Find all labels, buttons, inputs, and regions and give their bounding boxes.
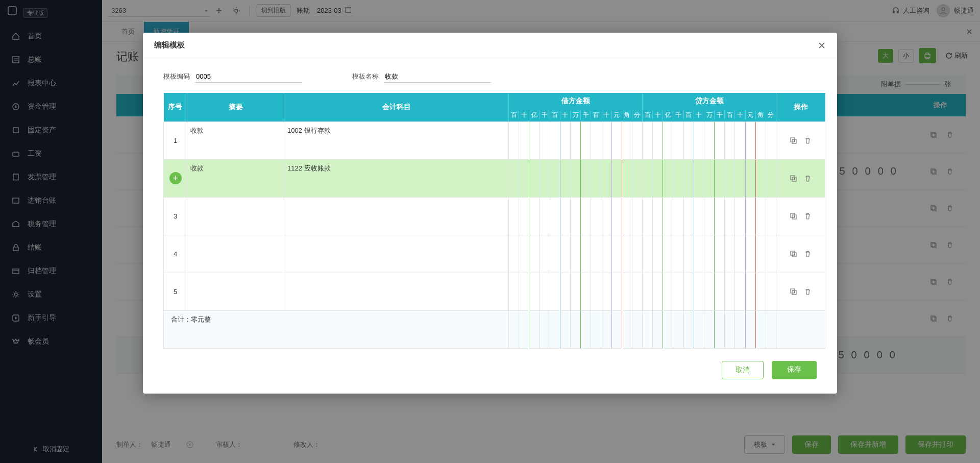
unit-header-cell: 十 [519, 111, 529, 119]
svg-rect-29 [791, 176, 795, 180]
modal-form-row: 模板编码 模板名称 [143, 58, 837, 88]
unit-header-cell: 十 [601, 111, 611, 119]
unit-header-cell: 百 [509, 111, 519, 119]
debit-cell[interactable] [509, 235, 643, 273]
modal-footer: 取消 保存 [143, 349, 837, 394]
save-button[interactable]: 保存 [772, 361, 817, 379]
unit-header-cell: 百 [684, 111, 694, 119]
th-credit-units: 百十亿千百十万千百十元角分 [643, 109, 776, 121]
edit-template-modal: 编辑模板 模板编码 模板名称 序号 摘要 会计科目 借方金额 [143, 33, 837, 394]
modal-close-button[interactable] [818, 41, 826, 50]
template-name-label: 模板名称 [352, 72, 379, 81]
unit-header-cell: 千 [673, 111, 683, 119]
subject-cell[interactable] [284, 273, 509, 310]
copy-row-button[interactable] [788, 135, 799, 146]
credit-cell[interactable] [643, 159, 776, 197]
template-row[interactable]: 5 [164, 273, 825, 310]
template-row[interactable]: 4 [164, 235, 825, 273]
th-summary: 摘要 [187, 93, 284, 121]
unit-header-cell: 万 [571, 111, 581, 119]
template-row[interactable]: +收款1122 应收账款 [164, 159, 825, 197]
template-code-input[interactable] [195, 70, 302, 83]
credit-cell[interactable] [643, 197, 776, 235]
template-table: 序号 摘要 会计科目 借方金额 贷方金额 操作 百十亿千百十万千百十元角分 百十… [163, 93, 825, 349]
copy-row-button[interactable] [788, 210, 799, 222]
credit-cell[interactable] [643, 235, 776, 273]
subject-cell[interactable] [284, 235, 509, 273]
summary-cell[interactable] [187, 273, 284, 310]
debit-cell[interactable] [509, 197, 643, 235]
unit-header-cell: 百 [725, 111, 735, 119]
total-label: 合计：零元整 [164, 310, 509, 348]
unit-header-cell: 亿 [529, 111, 540, 119]
summary-cell[interactable] [187, 197, 284, 235]
unit-header-cell: 分 [766, 111, 776, 119]
modal-header: 编辑模板 [143, 33, 837, 58]
op-cell [776, 235, 825, 273]
th-debit: 借方金额 [509, 93, 643, 109]
delete-row-button[interactable] [802, 210, 814, 222]
copy-row-button[interactable] [788, 286, 799, 297]
cancel-button[interactable]: 取消 [722, 361, 764, 379]
debit-cell[interactable] [509, 121, 643, 159]
unit-header-cell: 千 [540, 111, 550, 119]
copy-row-button[interactable] [788, 173, 799, 184]
th-credit: 贷方金额 [643, 93, 776, 109]
op-cell [776, 197, 825, 235]
seq-cell: + [164, 159, 187, 197]
th-op: 操作 [776, 93, 825, 121]
th-seq: 序号 [164, 93, 187, 121]
unit-header-cell: 十 [653, 111, 663, 119]
unit-header-cell: 亿 [663, 111, 673, 119]
template-row[interactable]: 3 [164, 197, 825, 235]
template-code-label: 模板编码 [163, 72, 190, 81]
credit-cell[interactable] [643, 273, 776, 310]
seq-cell: 4 [164, 235, 187, 273]
op-cell [776, 273, 825, 310]
delete-row-button[interactable] [802, 135, 814, 146]
unit-header-cell: 十 [560, 111, 571, 119]
unit-header-cell: 百 [550, 111, 560, 119]
summary-cell[interactable]: 收款 [187, 121, 284, 159]
unit-header-cell: 十 [735, 111, 745, 119]
unit-header-cell: 百 [643, 111, 653, 119]
debit-cell[interactable] [509, 159, 643, 197]
credit-cell[interactable] [643, 121, 776, 159]
debit-cell[interactable] [509, 273, 643, 310]
subject-cell[interactable]: 1002 银行存款 [284, 121, 509, 159]
copy-row-button[interactable] [788, 248, 799, 259]
unit-header-cell: 分 [632, 111, 642, 119]
delete-row-button[interactable] [802, 286, 814, 297]
unit-header-cell: 千 [715, 111, 725, 119]
summary-cell[interactable]: 收款 [187, 159, 284, 197]
modal-title: 编辑模板 [154, 40, 185, 50]
subject-cell[interactable] [284, 197, 509, 235]
op-cell [776, 121, 825, 159]
unit-header-cell: 千 [581, 111, 591, 119]
delete-row-button[interactable] [802, 248, 814, 259]
unit-header-cell: 百 [591, 111, 601, 119]
svg-rect-27 [791, 138, 795, 142]
template-name-input[interactable] [384, 70, 491, 83]
th-debit-units: 百十亿千百十万千百十元角分 [509, 109, 643, 121]
seq-cell: 1 [164, 121, 187, 159]
summary-cell[interactable] [187, 235, 284, 273]
seq-cell: 5 [164, 273, 187, 310]
total-credit-cell [643, 310, 776, 348]
unit-header-cell: 角 [756, 111, 766, 119]
template-row[interactable]: 1收款1002 银行存款 [164, 121, 825, 159]
unit-header-cell: 元 [612, 111, 622, 119]
delete-row-button[interactable] [802, 173, 814, 184]
add-row-button[interactable]: + [169, 172, 182, 184]
svg-rect-31 [791, 213, 795, 217]
th-subject: 会计科目 [284, 93, 509, 121]
svg-rect-33 [791, 251, 795, 255]
subject-cell[interactable]: 1122 应收账款 [284, 159, 509, 197]
unit-header-cell: 角 [622, 111, 632, 119]
svg-rect-35 [791, 289, 795, 293]
unit-header-cell: 元 [746, 111, 756, 119]
total-op-cell [776, 310, 825, 348]
unit-header-cell: 万 [704, 111, 715, 119]
total-debit-cell [509, 310, 643, 348]
op-cell [776, 159, 825, 197]
